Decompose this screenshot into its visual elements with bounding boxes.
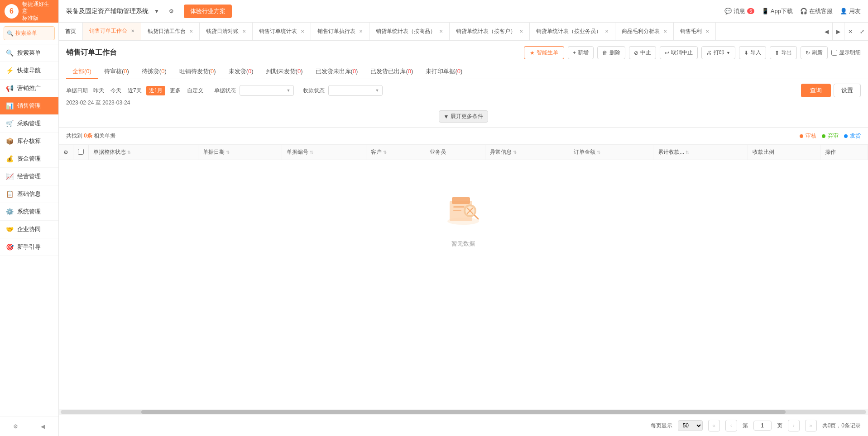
date-shortcut-自定义[interactable]: 自定义 — [185, 86, 205, 95]
online-service-button[interactable]: 🎧 在线客服 — [800, 7, 833, 15]
tab-sales-order-execute[interactable]: 销售订单执行表✕ — [311, 23, 369, 41]
sub-tab-shipped-not-out[interactable]: 已发货未出库(0) — [309, 65, 364, 79]
date-shortcut-今天[interactable]: 今天 — [109, 86, 123, 95]
smart-generate-button[interactable]: ★ 智能生单 — [524, 46, 564, 59]
tab-close-all[interactable]: ✕ — [844, 23, 856, 41]
sidebar-item-basic[interactable]: 📋基础信息 — [0, 185, 58, 203]
date-shortcut-近1月[interactable]: 近1月 — [146, 86, 166, 95]
tab-margin-analysis[interactable]: 商品毛利分析表✕ — [615, 23, 674, 41]
tab-sales-stats-staff[interactable]: 销货单统计表（按业务员）✕ — [530, 23, 615, 41]
sub-tab-not-printed[interactable]: 未打印单据(0) — [419, 65, 469, 79]
tab-cash-daily[interactable]: 钱货日清工作台✕ — [141, 23, 200, 41]
page-number-input[interactable] — [753, 421, 772, 431]
refresh-button[interactable]: ↻ 刷新 — [801, 46, 828, 59]
tab-scroll-left[interactable]: ◀ — [821, 23, 833, 41]
sort-number-icon[interactable]: ⇅ — [310, 150, 313, 155]
message-button[interactable]: 💬 消息 6 — [724, 7, 754, 15]
last-page-button[interactable]: » — [805, 420, 817, 431]
tab-scroll-right[interactable]: ▶ — [833, 23, 844, 41]
sub-tab-wangpu-pending[interactable]: 旺铺待发货(0) — [173, 65, 222, 79]
query-button[interactable]: 查询 — [801, 84, 831, 97]
sub-tab-shipped-out[interactable]: 已发货已出库(0) — [364, 65, 419, 79]
payment-select[interactable] — [328, 85, 383, 96]
next-page-button[interactable]: › — [788, 420, 800, 431]
tab-close-cash-reconcile[interactable]: ✕ — [242, 29, 246, 34]
tab-close-margin-analysis[interactable]: ✕ — [663, 29, 667, 34]
sidebar-item-newbie[interactable]: 🎯新手引导 — [0, 238, 58, 256]
tab-sales-stats-customer[interactable]: 销货单统计表（按客户）✕ — [450, 23, 530, 41]
sub-tab-all[interactable]: 全部(0) — [66, 65, 98, 79]
status-select[interactable] — [240, 85, 294, 96]
sidebar-item-purchase[interactable]: 🛒采购管理 — [0, 115, 58, 133]
sort-amount-icon[interactable]: ⇅ — [597, 150, 600, 155]
user-menu-button[interactable]: 👤 用友 — [840, 7, 861, 15]
date-shortcut-更多[interactable]: 更多 — [168, 86, 182, 95]
review-action-button[interactable]: 审核 — [800, 132, 816, 140]
sidebar-item-finance[interactable]: 💰资金管理 — [0, 150, 58, 168]
tab-close-sales-stats-product[interactable]: ✕ — [439, 29, 443, 34]
per-page-select[interactable]: 50 10 20 100 — [678, 420, 703, 431]
sidebar-collapse-button[interactable]: ◀ — [31, 421, 55, 432]
export-button[interactable]: ⬆ 导出 — [770, 46, 797, 59]
set-button[interactable]: 设置 — [834, 84, 861, 97]
sidebar-item-search[interactable]: 🔍搜索菜单 — [0, 44, 58, 62]
tab-close-sales-stats-staff[interactable]: ✕ — [605, 29, 609, 34]
search-menu-button[interactable]: 🔍 搜索菜单 — [4, 26, 55, 40]
horizontal-scrollbar[interactable] — [59, 409, 868, 415]
delete-button[interactable]: 🗑 删除 — [597, 46, 625, 59]
sidebar-item-enterprise[interactable]: 🤝企业协同 — [0, 221, 58, 238]
date-shortcut-近7天[interactable]: 近7天 — [126, 86, 144, 95]
tab-cash-reconcile[interactable]: 钱货日清对账✕ — [200, 23, 253, 41]
first-page-button[interactable]: « — [708, 420, 720, 431]
sidebar-item-quick-nav[interactable]: ⚡快捷导航 — [0, 62, 58, 80]
tab-close-sales-earn[interactable]: ✕ — [705, 29, 709, 34]
tab-close-cash-daily[interactable]: ✕ — [189, 29, 193, 34]
print-button[interactable]: 🖨 打印 ▼ — [701, 46, 735, 59]
cancel-review-action-button[interactable]: 弃审 — [822, 132, 839, 140]
industry-solution-button[interactable]: 体验行业方案 — [184, 5, 232, 18]
tab-maximize[interactable]: ⤢ — [856, 23, 868, 41]
prev-page-button[interactable]: ‹ — [725, 420, 737, 431]
tab-sales-order-workbench[interactable]: 销售订单工作台✕ — [83, 23, 141, 41]
cancel-stop-button[interactable]: ↩ 取消中止 — [660, 46, 698, 59]
tab-close-sales-order-stats[interactable]: ✕ — [301, 29, 304, 34]
payment-filter: 收款状态 — [303, 85, 383, 96]
scrollbar-thumb[interactable] — [141, 410, 786, 414]
sort-date-icon[interactable]: ⇅ — [226, 150, 230, 155]
tab-sales-earn[interactable]: 销售毛利✕ — [674, 23, 716, 41]
expand-conditions-button[interactable]: ▼ 展开更多条件 — [439, 110, 489, 123]
table-scroll[interactable]: ⚙ 单据整体状态⇅ 单据日期⇅ 单据编号⇅ — [59, 145, 868, 409]
tab-home[interactable]: 首页 — [59, 23, 83, 41]
tab-close-sales-order-workbench[interactable]: ✕ — [131, 28, 134, 33]
sub-tab-expired-not-shipped[interactable]: 到期未发货(0) — [260, 65, 309, 79]
sub-tab-pending-pickup[interactable]: 待拣货(0) — [135, 65, 173, 79]
sort-status-icon[interactable]: ⇅ — [127, 150, 131, 155]
show-detail-checkbox[interactable] — [831, 50, 837, 56]
select-all-checkbox[interactable] — [78, 149, 84, 155]
sidebar-item-marketing[interactable]: 📢营销推广 — [0, 80, 58, 97]
sub-tab-not-shipped[interactable]: 未发货(0) — [222, 65, 260, 79]
sort-received-icon[interactable]: ⇅ — [686, 150, 689, 155]
tab-sales-stats-product[interactable]: 销货单统计表（按商品）✕ — [369, 23, 450, 41]
sidebar-settings-button[interactable]: ⚙ — [4, 421, 28, 432]
topbar-dropdown[interactable]: ▼ — [154, 8, 159, 14]
sort-customer-icon[interactable]: ⇅ — [383, 150, 387, 155]
sidebar-item-system[interactable]: ⚙️系统管理 — [0, 203, 58, 221]
import-button[interactable]: ⬇ 导入 — [739, 46, 766, 59]
topbar-settings-icon[interactable]: ⚙ — [165, 5, 178, 18]
sidebar-item-sales[interactable]: 📊销售管理 — [0, 97, 58, 115]
date-shortcut-昨天[interactable]: 昨天 — [91, 86, 106, 95]
app-download-button[interactable]: 📱 App下载 — [762, 7, 793, 15]
sidebar-item-inventory[interactable]: 📦库存核算 — [0, 133, 58, 150]
sidebar-item-operation[interactable]: 📈经营管理 — [0, 168, 58, 185]
stop-button[interactable]: ⊘ 中止 — [629, 46, 656, 59]
sub-tab-pending-review[interactable]: 待审核(0) — [98, 65, 135, 79]
sort-exception-icon[interactable]: ⇅ — [513, 150, 517, 155]
tab-close-sales-order-execute[interactable]: ✕ — [359, 29, 363, 34]
tab-close-sales-stats-customer[interactable]: ✕ — [519, 29, 523, 34]
tab-sales-order-stats[interactable]: 销售订单统计表✕ — [253, 23, 311, 41]
column-settings[interactable]: ⚙ — [59, 145, 73, 160]
ship-action-button[interactable]: 发货 — [844, 132, 861, 140]
show-detail-checkbox-label[interactable]: 显示明细 — [831, 49, 861, 57]
add-button[interactable]: + 新增 — [568, 46, 594, 59]
